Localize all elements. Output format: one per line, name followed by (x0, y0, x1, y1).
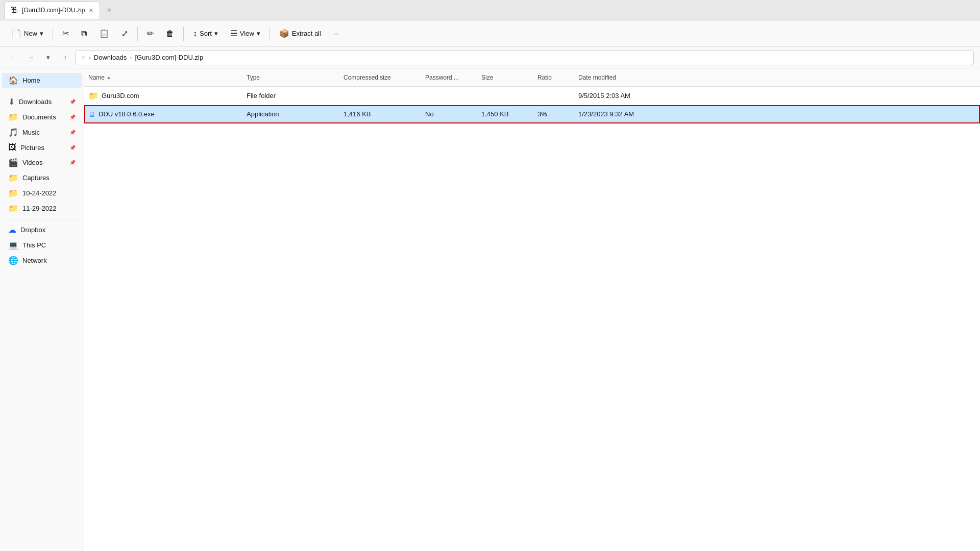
new-tab-button[interactable]: + (102, 3, 116, 17)
separator-4 (270, 27, 270, 41)
table-row[interactable]: 📁 Guru3D.com File folder 9/5/2015 2:03 A… (84, 87, 980, 105)
file-area: Name ▲ Type Compressed size Password ...… (84, 68, 980, 551)
sidebar-captures-label: Captures (22, 174, 50, 182)
sidebar-dropbox-label: Dropbox (20, 226, 45, 234)
sidebar-item-network[interactable]: 🌐 Network (2, 253, 82, 268)
col-header-password[interactable]: Password ... (425, 74, 481, 81)
col-header-compressed[interactable]: Compressed size (344, 74, 425, 81)
separator-3 (183, 27, 184, 41)
main-layout: 🏠 Home ⬇ Downloads 📌 📁 Documents 📌 🎵 Mus… (0, 68, 980, 551)
sidebar-item-documents[interactable]: 📁 Documents 📌 (2, 110, 82, 124)
address-bar[interactable]: ⌂ › Downloads › [Guru3D.com]-DDU.zip (76, 50, 974, 65)
folder1-icon: 📁 (8, 188, 18, 198)
view-dropdown-arrow: ▾ (257, 30, 260, 37)
sidebar-music-label: Music (22, 129, 40, 136)
folder-icon: 📁 (88, 91, 99, 101)
col-header-size[interactable]: Size (481, 74, 537, 81)
separator-1 (53, 27, 53, 41)
sidebar-folder1-label: 10-24-2022 (22, 189, 57, 197)
sidebar-downloads-label: Downloads (19, 98, 52, 106)
extract-all-button[interactable]: 📦 Extract all (274, 24, 326, 43)
dropdown-icon: ▾ (46, 54, 50, 61)
rename-button[interactable]: ✏ (142, 24, 159, 43)
file-type-cell: File folder (247, 92, 344, 99)
pictures-pin-icon: 📌 (69, 145, 76, 151)
cut-icon: ✂ (62, 29, 69, 38)
view-button[interactable]: ☰ View ▾ (225, 24, 265, 43)
sidebar-item-folder-1[interactable]: 📁 10-24-2022 (2, 186, 82, 201)
documents-icon: 📁 (8, 112, 18, 122)
table-row[interactable]: 🖥 DDU v18.0.6.0.exe Application 1,416 KB… (84, 105, 980, 123)
sidebar-item-captures[interactable]: 📁 Captures (2, 170, 82, 185)
sidebar-home-label: Home (22, 77, 40, 84)
file-compressed-cell: 1,416 KB (344, 110, 425, 118)
sidebar-item-home[interactable]: 🏠 Home (2, 73, 82, 88)
new-button[interactable]: 📄 New ▾ (6, 24, 48, 43)
sidebar-item-thispc[interactable]: 💻 This PC (2, 238, 82, 253)
delete-button[interactable]: 🗑 (161, 24, 179, 43)
separator-2 (137, 27, 138, 41)
forward-icon: → (28, 54, 34, 61)
new-icon: 📄 (11, 29, 21, 38)
column-headers: Name ▲ Type Compressed size Password ...… (84, 68, 980, 87)
col-header-ratio[interactable]: Ratio (537, 74, 578, 81)
sidebar-item-folder-2[interactable]: 📁 11-29-2022 (2, 201, 82, 216)
videos-icon: 🎬 (8, 158, 18, 167)
downloads-pin-icon: 📌 (69, 99, 76, 105)
col-header-date[interactable]: Date modified (578, 74, 680, 81)
tab-title: [Guru3D.com]-DDU.zip (22, 7, 85, 14)
col-header-type[interactable]: Type (247, 74, 344, 81)
view-icon: ☰ (230, 29, 237, 38)
active-tab[interactable]: 🗜 [Guru3D.com]-DDU.zip × (4, 2, 100, 19)
downloads-icon: ⬇ (8, 97, 15, 107)
view-label: View (240, 30, 254, 37)
sort-button[interactable]: ↕ Sort ▾ (188, 24, 223, 43)
copy-button[interactable]: ⧉ (76, 24, 92, 43)
music-pin-icon: 📌 (69, 130, 76, 135)
file-name-cell: 📁 Guru3D.com (88, 91, 247, 101)
back-button[interactable]: ← (6, 51, 20, 65)
thispc-icon: 💻 (8, 240, 18, 250)
file-name-cell: 🖥 DDU v18.0.6.0.exe (88, 110, 247, 118)
sidebar-folder2-label: 11-29-2022 (22, 205, 57, 212)
sidebar-item-music[interactable]: 🎵 Music 📌 (2, 125, 82, 140)
pictures-icon: 🖼 (8, 143, 16, 152)
forward-button[interactable]: → (23, 51, 38, 65)
tab-bar: 🗜 [Guru3D.com]-DDU.zip × + (0, 0, 980, 20)
sort-dropdown-arrow: ▾ (214, 30, 218, 37)
sidebar-thispc-label: This PC (22, 241, 46, 249)
breadcrumb-downloads[interactable]: Downloads (94, 54, 127, 61)
app-icon: 🖥 (88, 110, 95, 118)
tab-close-button[interactable]: × (89, 7, 93, 14)
paste-button[interactable]: 📋 (94, 24, 114, 43)
more-icon: ··· (333, 30, 339, 37)
move-icon: ⤢ (121, 29, 128, 38)
music-icon: 🎵 (8, 128, 18, 137)
up-button[interactable]: ↑ (58, 51, 72, 65)
sidebar-pictures-label: Pictures (20, 144, 44, 152)
breadcrumb-zipfile[interactable]: [Guru3D.com]-DDU.zip (135, 54, 203, 61)
sidebar-videos-label: Videos (22, 159, 43, 166)
col-header-name[interactable]: Name ▲ (88, 74, 247, 81)
folder2-icon: 📁 (8, 204, 18, 213)
more-options-button[interactable]: ··· (328, 24, 344, 43)
sidebar-network-label: Network (22, 257, 47, 264)
file-size-cell: 1,450 KB (481, 110, 537, 118)
extract-label: Extract all (292, 30, 321, 37)
file-type-cell: Application (247, 110, 344, 118)
sidebar-item-dropbox[interactable]: ☁ Dropbox (2, 222, 82, 237)
dropdown-button[interactable]: ▾ (41, 51, 55, 65)
file-date-cell: 9/5/2015 2:03 AM (578, 92, 680, 99)
home-icon: 🏠 (8, 76, 18, 85)
back-icon: ← (10, 54, 17, 61)
sidebar-item-videos[interactable]: 🎬 Videos 📌 (2, 155, 82, 170)
move-button[interactable]: ⤢ (116, 24, 133, 43)
videos-pin-icon: 📌 (69, 160, 76, 165)
sidebar-item-downloads[interactable]: ⬇ Downloads 📌 (2, 94, 82, 109)
sidebar-divider-1 (4, 91, 80, 91)
sidebar-item-pictures[interactable]: 🖼 Pictures 📌 (2, 140, 82, 155)
captures-icon: 📁 (8, 173, 18, 183)
cut-button[interactable]: ✂ (57, 24, 74, 43)
sort-asc-icon: ▲ (106, 74, 111, 80)
dropbox-icon: ☁ (8, 225, 16, 235)
